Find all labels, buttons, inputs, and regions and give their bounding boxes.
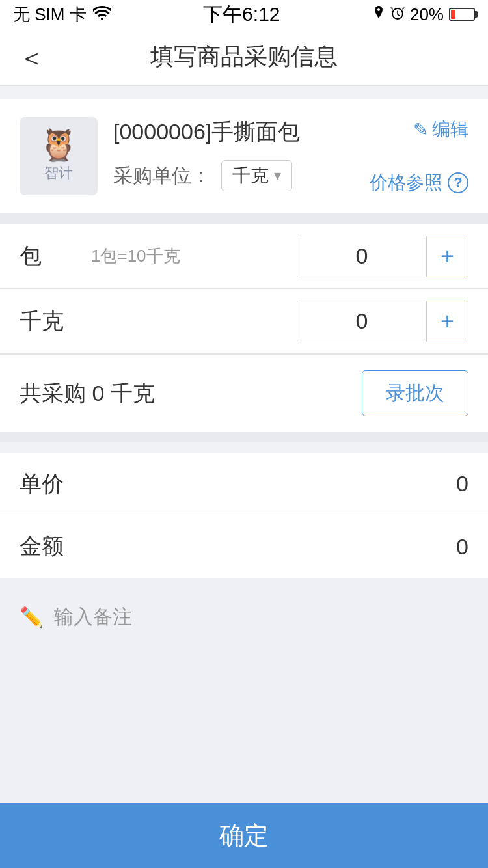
wifi-icon <box>93 5 111 25</box>
kg-plus-button[interactable]: + <box>427 301 468 342</box>
edit-icon: ✎ <box>413 119 428 141</box>
kg-quantity-row: 千克 + <box>0 289 488 354</box>
alarm-icon <box>390 5 405 25</box>
confirm-button[interactable]: 确定 <box>0 803 488 868</box>
kg-quantity-controls: + <box>297 301 468 342</box>
unit-price-label: 单价 <box>20 469 64 499</box>
price-section: 单价 0 金额 0 <box>0 453 488 578</box>
bag-label: 包 <box>20 241 85 271</box>
unit-select[interactable]: 千克 ▾ <box>221 160 292 191</box>
product-image: 🦉 智计 <box>20 117 98 195</box>
quantity-section: 包 1包=10千克 + 千克 + 共采购 0 千克 录批次 <box>0 224 488 432</box>
unit-value: 千克 <box>232 163 269 188</box>
unit-price-row: 单价 0 <box>0 453 488 515</box>
bag-quantity-input[interactable] <box>297 236 427 277</box>
edit-label: 编辑 <box>432 117 468 142</box>
status-left: 无 SIM 卡 <box>13 3 111 26</box>
amount-row: 金额 0 <box>0 515 488 578</box>
info-icon: ? <box>448 172 468 193</box>
section-divider-1 <box>0 213 488 224</box>
total-row: 共采购 0 千克 录批次 <box>0 354 488 432</box>
battery-percent: 20% <box>410 5 444 25</box>
bag-quantity-controls: + <box>297 236 468 277</box>
chevron-down-icon: ▾ <box>274 167 281 184</box>
bag-plus-button[interactable]: + <box>427 236 468 277</box>
location-icon <box>372 5 385 25</box>
carrier-text: 无 SIM 卡 <box>13 3 87 26</box>
product-image-subtext: 智计 <box>39 163 78 183</box>
status-right: 20% <box>372 5 475 25</box>
kg-label: 千克 <box>20 306 85 336</box>
edit-button[interactable]: ✎ 编辑 <box>413 117 468 142</box>
status-time: 下午6:12 <box>203 1 280 28</box>
note-section[interactable]: ✏️ 输入备注 <box>0 578 488 656</box>
kg-quantity-input[interactable] <box>297 301 427 342</box>
bag-sublabel: 1包=10千克 <box>91 245 180 267</box>
record-batch-button[interactable]: 录批次 <box>362 370 468 416</box>
total-text: 共采购 0 千克 <box>20 379 155 409</box>
page-title: 填写商品采购信息 <box>150 41 338 73</box>
bag-quantity-row: 包 1包=10千克 + <box>0 224 488 289</box>
battery-icon <box>449 8 475 21</box>
amount-value: 0 <box>456 534 468 560</box>
price-ref-button[interactable]: 价格参照 ? <box>370 170 468 195</box>
section-divider-2 <box>0 432 488 442</box>
nav-bar: ＜ 填写商品采购信息 <box>0 29 488 86</box>
price-ref-label: 价格参照 <box>370 170 442 195</box>
back-button[interactable]: ＜ <box>18 44 44 70</box>
unit-label: 采购单位： <box>113 163 211 189</box>
amount-label: 金额 <box>20 532 64 562</box>
product-owl-icon: 🦉 <box>39 129 78 161</box>
unit-price-value: 0 <box>456 471 468 496</box>
product-card: 🦉 智计 [0000006]手撕面包 采购单位： 千克 ▾ ✎ 编辑 价格参照 … <box>0 99 488 213</box>
pencil-icon: ✏️ <box>20 606 44 629</box>
status-bar: 无 SIM 卡 下午6:12 <box>0 0 488 29</box>
note-placeholder: 输入备注 <box>54 604 132 631</box>
